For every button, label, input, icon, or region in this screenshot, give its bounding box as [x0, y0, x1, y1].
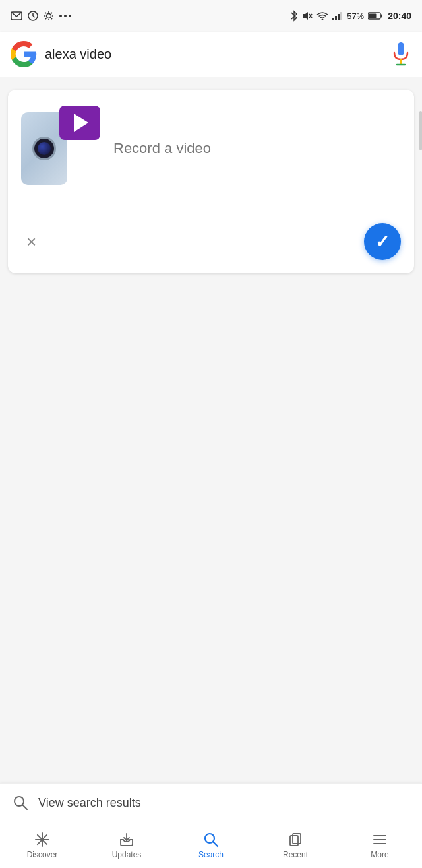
status-bar: 57% 20:40	[0, 0, 422, 32]
svg-line-9	[45, 13, 46, 13]
nav-item-discover[interactable]: Discover	[0, 832, 84, 859]
play-overlay	[59, 106, 100, 140]
discover-icon	[34, 832, 50, 848]
card-actions: × ✓	[21, 218, 401, 260]
more-icon	[372, 832, 388, 848]
mic-svg	[392, 41, 410, 67]
svg-line-11	[45, 18, 46, 19]
confirm-button[interactable]: ✓	[364, 223, 401, 260]
svg-rect-23	[340, 12, 342, 20]
recent-icon	[287, 832, 303, 848]
mute-icon	[302, 11, 313, 21]
search-nav-icon	[203, 832, 219, 848]
nav-item-recent[interactable]: Recent	[253, 832, 338, 859]
card-label: Record a video	[113, 140, 211, 157]
nav-item-search[interactable]: Search	[169, 832, 253, 859]
svg-point-15	[69, 15, 71, 17]
view-search-results-text: View search results	[38, 796, 141, 810]
clock-time: 20:40	[388, 11, 411, 21]
svg-rect-22	[338, 14, 340, 20]
updates-icon	[119, 832, 135, 848]
svg-point-14	[64, 15, 67, 17]
check-icon: ✓	[375, 232, 390, 252]
svg-rect-27	[398, 42, 404, 55]
nav-item-updates[interactable]: Updates	[84, 832, 169, 859]
mail-icon	[11, 11, 22, 20]
status-bar-right: 57% 20:40	[290, 10, 411, 22]
search-input[interactable]	[45, 47, 382, 62]
svg-point-13	[59, 15, 62, 17]
camera-lens	[32, 137, 56, 160]
svg-rect-21	[335, 16, 337, 20]
google-logo	[11, 41, 37, 67]
clock-icon	[28, 11, 38, 21]
camera-lens-inner	[38, 142, 51, 155]
more-dots-icon	[59, 14, 71, 18]
svg-rect-25	[369, 14, 377, 18]
record-video-icon	[21, 106, 100, 191]
signal-icon	[332, 11, 343, 20]
bottom-nav: Discover Updates Search Recent	[0, 822, 422, 868]
close-button[interactable]: ×	[21, 226, 42, 257]
play-triangle	[74, 114, 88, 132]
scroll-indicator	[419, 111, 422, 150]
search-bar	[0, 32, 422, 77]
svg-line-10	[51, 18, 52, 19]
search-results-icon	[13, 795, 28, 810]
brightness-icon	[44, 11, 54, 21]
battery-icon	[368, 12, 382, 20]
result-card: Record a video × ✓	[8, 90, 414, 273]
view-search-results-bar[interactable]: View search results	[0, 783, 422, 822]
svg-line-12	[51, 13, 52, 13]
mic-icon[interactable]	[390, 40, 411, 69]
wifi-icon	[316, 11, 328, 20]
svg-line-3	[33, 16, 35, 17]
status-bar-left-icons	[11, 11, 71, 21]
svg-rect-26	[381, 15, 382, 18]
nav-label-discover: Discover	[27, 850, 58, 859]
svg-rect-20	[332, 18, 334, 20]
svg-line-38	[214, 842, 218, 846]
nav-label-recent: Recent	[283, 850, 308, 859]
svg-line-31	[23, 805, 28, 810]
nav-label-search: Search	[198, 850, 224, 859]
main-content: Record a video × ✓	[0, 77, 422, 822]
card-content: Record a video	[21, 106, 401, 191]
nav-label-updates: Updates	[112, 850, 142, 859]
svg-marker-16	[303, 12, 308, 20]
nav-item-more[interactable]: More	[338, 832, 422, 859]
svg-point-19	[322, 19, 324, 21]
battery-percentage: 57%	[347, 11, 364, 21]
bluetooth-icon	[290, 10, 298, 22]
nav-label-more: More	[371, 850, 388, 859]
svg-point-4	[47, 14, 51, 18]
